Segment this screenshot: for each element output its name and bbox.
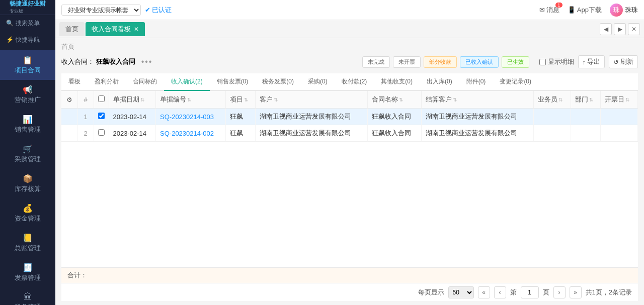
cell-check[interactable] <box>94 109 109 125</box>
tab-contract-standards[interactable]: 合同标的 <box>126 73 164 91</box>
tab-close-all-button[interactable]: ✕ <box>628 23 640 35</box>
sidebar-item-label: 税务管理 <box>15 302 41 305</box>
refresh-label: 刷新 <box>620 57 633 66</box>
th-salesperson[interactable]: 业务员⇅ <box>533 91 571 109</box>
sidebar-item-marketing[interactable]: 📢 营销推广 <box>0 80 55 110</box>
th-customer[interactable]: 客户⇅ <box>256 91 368 109</box>
sidebar-item-label: 营销推广 <box>15 95 41 105</box>
th-settings[interactable]: ⚙ <box>61 91 77 109</box>
th-date[interactable]: 单据日期⇅ <box>109 91 156 109</box>
cell-order-no[interactable]: SQ-20230214-002 <box>156 125 226 142</box>
more-button[interactable]: ••• <box>141 57 153 66</box>
tab-prev-button[interactable]: ◀ <box>600 23 612 35</box>
app-download-button[interactable]: 📱 App下载 <box>568 6 602 15</box>
sidebar-item-label: 采购管理 <box>15 155 41 164</box>
cell-check[interactable] <box>94 125 109 142</box>
order-no-link[interactable]: SQ-20230214-003 <box>160 113 214 121</box>
status-active[interactable]: 已生效 <box>502 56 529 68</box>
cell-settings[interactable] <box>61 109 77 125</box>
tabbar: 首页 收入合同看板 ✕ ◀ ▶ ✕ <box>55 20 644 38</box>
sidebar-item-label: 发票管理 <box>15 273 41 282</box>
tab-dashboard[interactable]: 看板 <box>61 73 88 91</box>
sidebar-item-tax[interactable]: 🏛 税务管理 <box>0 287 55 305</box>
tab-close-icon[interactable]: ✕ <box>134 26 139 33</box>
th-open-date[interactable]: 开票日⇅ <box>600 91 637 109</box>
company-selector[interactable]: 好业财专业版演示帐套 <box>61 5 141 16</box>
th-department[interactable]: 部门⇅ <box>571 91 600 109</box>
next-page-button[interactable]: › <box>553 286 566 298</box>
tab-in-out[interactable]: 出入库(0) <box>420 73 459 91</box>
status-confirmed[interactable]: 已收入确认 <box>460 56 499 68</box>
cell-order-no[interactable]: SQ-20230214-003 <box>156 109 226 125</box>
refresh-button[interactable]: ↺ 刷新 <box>609 55 638 68</box>
tab-change-log[interactable]: 变更记录(0) <box>493 73 538 91</box>
prev-page-button[interactable]: ‹ <box>494 286 506 298</box>
data-table-container: ⚙ # 单据日期⇅ 单据编号⇅ 项目⇅ 客户⇅ <box>61 91 638 267</box>
total-label: 共1页，2条记录 <box>586 288 632 297</box>
tab-other-income[interactable]: 其他收支(0) <box>374 73 420 91</box>
topbar: 好业财专业版演示帐套 ✔ 已认证 ✉ 消息 1 📱 App下载 珠 <box>55 0 644 20</box>
tabbar-nav: ◀ ▶ ✕ <box>600 23 640 35</box>
app-logo: 畅捷通好业财 专业版 <box>0 0 55 15</box>
sidebar-item-project[interactable]: 📋 项目合同 <box>0 50 55 80</box>
order-no-link[interactable]: SQ-20230214-002 <box>160 130 214 137</box>
page-label-post: 页 <box>543 288 549 297</box>
cell-contract-name: 狂飙收入合同 <box>368 109 421 125</box>
sidebar-item-invoice[interactable]: 🧾 发票管理 <box>0 258 55 287</box>
message-button[interactable]: ✉ 消息 1 <box>539 6 559 15</box>
tab-home[interactable]: 首页 <box>59 22 85 36</box>
tab-sales-invoice[interactable]: 销售发票(0) <box>210 73 256 91</box>
th-project[interactable]: 项目⇅ <box>225 91 255 109</box>
first-page-button[interactable]: « <box>478 286 490 298</box>
user-menu[interactable]: 珠 珠珠 <box>610 4 638 17</box>
page-input[interactable] <box>521 286 539 298</box>
tab-next-button[interactable]: ▶ <box>614 23 626 35</box>
company-select[interactable]: 好业财专业版演示帐套 <box>61 5 141 16</box>
status-uninvoiced[interactable]: 未开票 <box>393 56 421 68</box>
sidebar-item-inventory[interactable]: 📦 库存核算 <box>0 169 55 198</box>
sidebar-item-accounting[interactable]: 📒 总账管理 <box>0 228 55 258</box>
th-contract-name-label: 合同名称 <box>372 95 398 104</box>
avatar-text: 珠 <box>613 6 620 15</box>
tab-income-contract[interactable]: 收入合同看板 ✕ <box>86 22 145 36</box>
header-actions: 显示明细 ↑ 导出 ↺ 刷新 <box>539 55 638 68</box>
tab-income-confirm[interactable]: 收入确认(2) <box>164 73 210 91</box>
th-open-date-label: 开票日 <box>605 95 624 104</box>
th-order-no[interactable]: 单据编号⇅ <box>156 91 226 109</box>
status-incomplete[interactable]: 未完成 <box>362 56 390 68</box>
cell-salesperson <box>533 125 571 142</box>
select-all-checkbox[interactable] <box>98 95 105 102</box>
last-page-button[interactable]: » <box>570 286 582 298</box>
quick-icon: ⚡ <box>6 36 14 43</box>
breadcrumb-home[interactable]: 首页 <box>61 42 74 51</box>
export-button[interactable]: ↑ 导出 <box>578 55 605 68</box>
tab-home-label: 首页 <box>65 25 78 34</box>
tab-payment[interactable]: 收付款(2) <box>335 73 374 91</box>
topbar-right: ✉ 消息 1 📱 App下载 珠 珠珠 <box>539 4 638 17</box>
status-partial-received[interactable]: 部分收款 <box>424 56 457 68</box>
per-page-select[interactable]: 50 20 100 <box>448 286 474 298</box>
sidebar-item-quick[interactable]: ⚡ 快捷导航 <box>0 32 55 48</box>
cell-settings[interactable] <box>61 125 77 142</box>
th-end-customer[interactable]: 结算客户⇅ <box>421 91 533 109</box>
row-checkbox[interactable] <box>98 129 105 136</box>
cell-project: 狂飙 <box>225 109 255 125</box>
row-checkbox[interactable] <box>98 113 105 119</box>
tab-tax-invoice[interactable]: 税务发票(0) <box>255 73 301 91</box>
th-check[interactable] <box>94 91 109 109</box>
sidebar-item-funds[interactable]: 💰 资金管理 <box>0 198 55 228</box>
tab-attachment[interactable]: 附件(0) <box>459 73 493 91</box>
sidebar-item-label: 销售管理 <box>15 125 41 134</box>
sidebar-item-search[interactable]: 🔍 搜索菜单 <box>0 15 55 32</box>
per-page-label: 每页显示 <box>418 288 444 297</box>
sidebar-item-purchase[interactable]: 🛒 采购管理 <box>0 139 55 169</box>
sidebar-item-label: 资金管理 <box>15 214 41 223</box>
show-detail-checkbox[interactable]: 显示明细 <box>539 57 574 66</box>
tab-profit[interactable]: 盈利分析 <box>88 73 126 91</box>
sort-end-customer-icon: ⇅ <box>453 97 457 103</box>
pagination: 每页显示 50 20 100 « ‹ 第 页 › » 共1页，2条记录 <box>61 283 638 301</box>
th-contract-name[interactable]: 合同名称⇅ <box>368 91 421 109</box>
show-detail-input[interactable] <box>539 59 546 65</box>
tab-purchase[interactable]: 采购(0) <box>301 73 335 91</box>
sidebar-item-sales[interactable]: 📊 销售管理 <box>0 110 55 139</box>
